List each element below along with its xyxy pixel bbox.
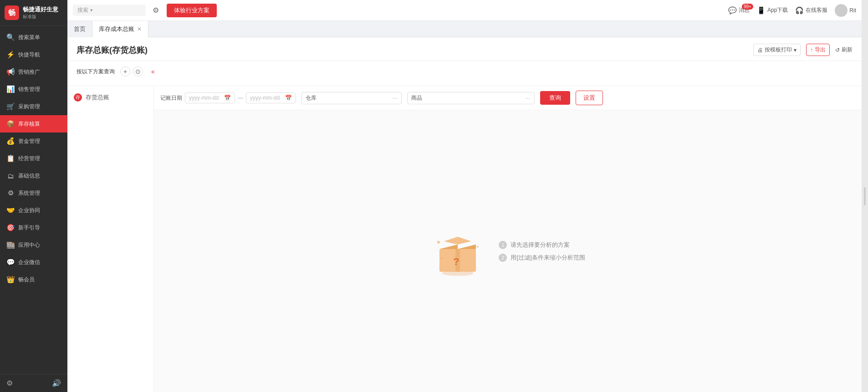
phone-icon: 📱 — [757, 6, 766, 15]
svg-marker-4 — [444, 237, 471, 244]
scheme-item-inventory[interactable]: 存 存货总账 — [67, 90, 153, 105]
product-label: 商品 — [411, 94, 422, 102]
logo-sub: 标准版 — [23, 14, 58, 20]
gear-icon[interactable]: ⚙ — [149, 4, 162, 17]
app-download-label: App下载 — [767, 6, 788, 14]
collapse-filter-button[interactable]: « — [151, 68, 155, 75]
sidebar-item-purchase[interactable]: 🛒 采购管理 — [0, 98, 67, 115]
marketing-label: 营销推广 — [18, 68, 40, 76]
sidebar-item-shortcut[interactable]: ⚡ 快捷导航 — [0, 46, 67, 63]
operation-label: 经营管理 — [18, 155, 40, 163]
page-header: 库存总账(存货总账) 🖨 按模板打印 ▾ ↑ 导出 ↺ 刷新 — [67, 37, 862, 61]
shortcut-label: 快捷导航 — [18, 51, 40, 59]
sidebar-item-inventory[interactable]: 📦 库存核算 — [0, 115, 67, 132]
wechat-label: 企业微信 — [18, 259, 40, 266]
headset-icon: 🎧 — [795, 6, 804, 15]
empty-state: ? 1 请先选择要分析的方案 — [154, 110, 862, 392]
refresh-label: 刷新 — [842, 46, 853, 54]
sidebar-item-appstore[interactable]: 🏬 应用中心 — [0, 236, 67, 254]
settings-button[interactable]: 设置 — [576, 91, 603, 105]
empty-content: ? 1 请先选择要分析的方案 — [430, 224, 585, 279]
search-label: 搜索菜单 — [18, 34, 40, 41]
marketing-icon: 📢 — [6, 68, 15, 76]
sidebar-item-sales[interactable]: 📊 销售管理 — [0, 81, 67, 98]
basic-label: 基础信息 — [18, 172, 40, 180]
trial-button[interactable]: 体验行业方案 — [167, 4, 217, 17]
logo-area: 畅 畅捷通好生意 标准版 — [0, 0, 67, 26]
operation-icon: 📋 — [6, 154, 15, 163]
date-start-input[interactable]: yyyy-mm-dd 📅 — [185, 92, 235, 103]
user-label: Rit — [849, 7, 856, 14]
logo-main: 畅捷通好生意 — [23, 5, 58, 14]
app-download-button[interactable]: 📱 App下载 — [757, 6, 788, 15]
sales-label: 销售管理 — [18, 86, 40, 93]
guide-label: 新手引导 — [18, 224, 40, 232]
product-field[interactable]: 商品 ··· — [407, 92, 535, 104]
print-label: 按模板打印 — [765, 46, 792, 54]
empty-illustration: ? — [430, 224, 485, 279]
svg-point-8 — [477, 246, 479, 248]
sidebar-item-member[interactable]: 👑 畅会员 — [0, 271, 67, 288]
message-button[interactable]: 💬 消息 99+ — [728, 6, 750, 15]
sidebar-item-basic[interactable]: 🗂 基础信息 — [0, 167, 67, 184]
tip-text-2: 用[过滤]条件来缩小分析范围 — [511, 254, 585, 262]
tab-home-label: 首页 — [74, 25, 86, 33]
svg-marker-3 — [458, 244, 476, 249]
sales-icon: 📊 — [6, 85, 15, 93]
avatar — [835, 4, 848, 17]
right-content: 记账日期 yyyy-mm-dd 📅 — yyyy-mm-dd 📅 — [154, 86, 862, 392]
product-more-icon[interactable]: ··· — [525, 94, 531, 102]
main-area: 搜索 ▾ ⚙ 体验行业方案 💬 消息 99+ 📱 App下载 🎧 在线客服 — [67, 0, 862, 392]
settings-icon[interactable]: ⚙ — [6, 379, 13, 387]
sidebar-item-operation[interactable]: 📋 经营管理 — [0, 150, 67, 167]
refresh-icon: ↺ — [835, 47, 840, 53]
remove-filter-button[interactable]: ⊙ — [133, 66, 143, 76]
right-sidebar-handle[interactable] — [862, 0, 868, 392]
sidebar-item-search[interactable]: 🔍 搜索菜单 — [0, 29, 67, 46]
printer-icon: 🖨 — [757, 47, 763, 53]
warehouse-more-icon[interactable]: ··· — [392, 94, 398, 102]
sidebar-item-wechat[interactable]: 💬 企业微信 — [0, 254, 67, 271]
sidebar-item-cooperation[interactable]: 🤝 企业协同 — [0, 202, 67, 219]
export-button[interactable]: ↑ 导出 — [806, 44, 830, 56]
tab-inventory-ledger[interactable]: 库存成本总账 ✕ — [92, 21, 148, 37]
date-separator: — — [238, 95, 243, 101]
query-button[interactable]: 查询 — [540, 91, 570, 105]
logo-text: 畅捷通好生意 标准版 — [23, 5, 58, 20]
user-avatar-area[interactable]: Rit — [835, 4, 856, 17]
tip-num-2: 2 — [499, 254, 507, 262]
warehouse-field[interactable]: 仓库 ··· — [301, 92, 402, 104]
appstore-label: 应用中心 — [18, 241, 40, 249]
logo-icon: 畅 — [5, 5, 19, 20]
sidebar-item-marketing[interactable]: 📢 营销推广 — [0, 63, 67, 81]
sidebar-item-finance[interactable]: 💰 资金管理 — [0, 132, 67, 150]
filter-area: 按以下方案查询 + ⊙ « — [67, 61, 862, 86]
guide-icon: 🎯 — [6, 224, 15, 232]
topbar-search-area[interactable]: 搜索 ▾ — [73, 5, 146, 16]
date-end-input[interactable]: yyyy-mm-dd 📅 — [246, 92, 296, 103]
message-icon: 💬 — [728, 6, 737, 15]
tab-home[interactable]: 首页 — [67, 21, 92, 37]
sidebar-item-guide[interactable]: 🎯 新手引导 — [0, 219, 67, 236]
sidebar-item-system[interactable]: ⚙ 系统管理 — [0, 184, 67, 202]
filter-fields-row: 记账日期 yyyy-mm-dd 📅 — yyyy-mm-dd 📅 — [154, 86, 862, 110]
tabbar: 首页 库存成本总账 ✕ — [67, 21, 862, 37]
date-field: 记账日期 yyyy-mm-dd 📅 — yyyy-mm-dd 📅 — [160, 92, 296, 103]
online-support-label: 在线客服 — [806, 6, 827, 14]
audio-icon[interactable]: 🔊 — [52, 379, 61, 387]
svg-marker-2 — [439, 244, 458, 249]
member-label: 畅会员 — [18, 276, 35, 284]
scheme-icon: 存 — [74, 93, 82, 102]
tab-close-icon[interactable]: ✕ — [137, 26, 142, 32]
online-support-button[interactable]: 🎧 在线客服 — [795, 6, 827, 15]
sidebar-menu: 🔍 搜索菜单 ⚡ 快捷导航 📢 营销推广 📊 销售管理 🛒 采购管理 📦 库存核… — [0, 26, 67, 291]
content-area: 库存总账(存货总账) 🖨 按模板打印 ▾ ↑ 导出 ↺ 刷新 — [67, 37, 862, 392]
add-filter-button[interactable]: + — [120, 66, 130, 76]
inventory-icon: 📦 — [6, 120, 15, 128]
export-icon: ↑ — [810, 47, 813, 53]
tip-num-1: 1 — [499, 241, 507, 249]
basic-icon: 🗂 — [6, 172, 15, 180]
topbar-left: 搜索 ▾ ⚙ 体验行业方案 — [73, 4, 728, 17]
refresh-button[interactable]: ↺ 刷新 — [835, 46, 853, 54]
print-button[interactable]: 🖨 按模板打印 ▾ — [753, 44, 801, 56]
